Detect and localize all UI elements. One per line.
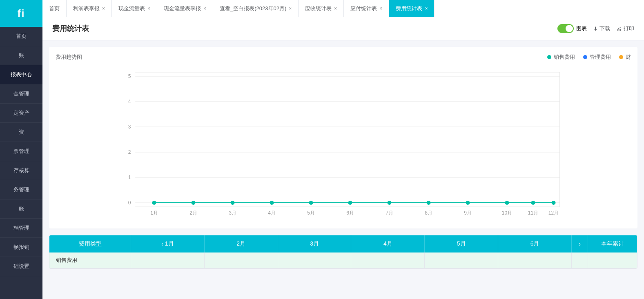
svg-text:12月: 12月 [548, 210, 559, 216]
tab-cashflow[interactable]: 现金流量表 × [112, 0, 157, 17]
sidebar-item-service[interactable]: 务管理 [0, 180, 42, 199]
th-nav-next[interactable]: › [572, 235, 588, 252]
svg-point-36 [552, 201, 556, 205]
tab-close-profit-quarterly[interactable]: × [102, 6, 105, 11]
tab-close-cashflow[interactable]: × [147, 6, 150, 11]
svg-text:3: 3 [128, 124, 131, 130]
svg-text:4月: 4月 [268, 210, 276, 216]
svg-text:10月: 10月 [502, 210, 512, 216]
tab-payable[interactable]: 应付统计表 × [344, 0, 389, 17]
sidebar-item-ticket[interactable]: 票管理 [0, 142, 42, 161]
sidebar-item-finance[interactable]: 金管理 [0, 84, 42, 104]
tab-close-payable[interactable]: × [379, 6, 382, 11]
svg-text:4: 4 [128, 99, 131, 104]
prev-arrow-icon[interactable]: ‹ [161, 241, 163, 247]
svg-text:3月: 3月 [229, 210, 236, 216]
th-m6: 6月 [498, 235, 572, 252]
tab-receivable[interactable]: 应收统计表 × [299, 0, 344, 17]
chart-header: 费用趋势图 销售费用 管理费用 财 [56, 53, 631, 61]
line-chart-svg: 5 4 3 2 1 0 1月 2月 [56, 66, 631, 221]
download-button[interactable]: ⬇ 下载 [593, 25, 610, 32]
sidebar-item-home[interactable]: 首页 [0, 27, 42, 46]
tab-bar: 首页 利润表季报 × 现金流量表 × 现金流量表季报 × 查看_空白报表(202… [42, 0, 644, 17]
td-nav-space [572, 252, 588, 268]
download-icon: ⬇ [593, 26, 598, 32]
sidebar-item-archive[interactable]: 档管理 [0, 219, 42, 238]
th-m4: 4月 [351, 235, 425, 252]
legend-sales: 销售费用 [547, 53, 575, 61]
print-button[interactable]: 🖨 打印 [617, 25, 634, 32]
svg-text:8月: 8月 [425, 210, 432, 216]
svg-rect-12 [135, 72, 560, 207]
td-m1 [131, 252, 205, 268]
svg-point-35 [531, 201, 535, 205]
svg-point-27 [231, 201, 235, 205]
svg-text:1: 1 [128, 175, 131, 180]
svg-point-34 [505, 201, 509, 205]
sidebar-item-settings[interactable]: 础设置 [0, 257, 42, 276]
tab-home[interactable]: 首页 [42, 0, 67, 17]
svg-text:0: 0 [128, 200, 131, 206]
svg-point-33 [466, 201, 470, 205]
tab-close-receivable[interactable]: × [334, 6, 337, 11]
sidebar-item-reports[interactable]: 报表中心 [0, 65, 42, 84]
svg-point-28 [270, 201, 274, 205]
th-m3: 3月 [278, 235, 352, 252]
chart-section: 费用趋势图 销售费用 管理费用 财 [49, 47, 637, 228]
sidebar-item-account[interactable]: 账 [0, 46, 42, 65]
expense-table: 费用类型 ‹ 1月 2月 3月 4月 5月 [49, 235, 637, 269]
print-icon: 🖨 [617, 26, 622, 32]
sidebar-item-ledger[interactable]: 账 [0, 199, 42, 219]
th-ytd: 本年累计 [588, 235, 637, 252]
svg-point-32 [427, 201, 431, 205]
td-m2 [205, 252, 278, 268]
chart-toggle-label: 图表 [576, 25, 587, 32]
tab-close-blank-report[interactable]: × [289, 6, 292, 11]
legend-dot-admin [583, 55, 587, 59]
th-type: 费用类型 [49, 235, 131, 252]
chart-toggle-group: 图表 [557, 24, 587, 33]
tab-profit-quarterly[interactable]: 利润表季报 × [67, 0, 112, 17]
th-nav-prev[interactable]: ‹ 1月 [131, 235, 205, 252]
sidebar-item-assets[interactable]: 定资产 [0, 104, 42, 123]
svg-text:2: 2 [128, 149, 131, 155]
next-arrow-icon[interactable]: › [579, 241, 581, 247]
svg-point-29 [309, 201, 313, 205]
main-area: 首页 利润表季报 × 现金流量表 × 现金流量表季报 × 查看_空白报表(202… [42, 0, 644, 299]
tab-close-cashflow-quarterly[interactable]: × [203, 6, 206, 11]
svg-point-30 [348, 201, 352, 205]
svg-text:11月: 11月 [528, 210, 538, 216]
chart-legend: 销售费用 管理费用 财 [547, 53, 631, 61]
svg-point-26 [192, 201, 196, 205]
sidebar-item-expense[interactable]: 畅报销 [0, 238, 42, 257]
chart-title: 费用趋势图 [56, 53, 82, 61]
legend-finance: 财 [619, 53, 631, 61]
td-m4 [351, 252, 425, 268]
table-header-row: 费用类型 ‹ 1月 2月 3月 4月 5月 [49, 235, 637, 252]
td-type: 销售费用 [49, 252, 131, 268]
svg-text:5: 5 [128, 73, 131, 79]
tab-cashflow-quarterly[interactable]: 现金流量表季报 × [157, 0, 213, 17]
sidebar-item-inventory[interactable]: 存核算 [0, 161, 42, 180]
svg-point-31 [388, 201, 392, 205]
tab-close-expense-stats[interactable]: × [425, 6, 428, 11]
chart-toggle[interactable] [557, 24, 574, 33]
svg-text:9月: 9月 [464, 210, 472, 216]
content-area: 费用统计表 图表 ⬇ 下载 🖨 打印 费用趋势图 [42, 17, 644, 299]
legend-dot-finance [619, 55, 623, 59]
chart-canvas: 5 4 3 2 1 0 1月 2月 [56, 66, 631, 222]
page-title: 费用统计表 [52, 24, 89, 33]
td-total [588, 252, 637, 268]
sidebar-logo: fi [0, 0, 42, 27]
tab-blank-report[interactable]: 查看_空白报表(2023年02月) × [213, 0, 299, 17]
svg-text:2月: 2月 [189, 210, 197, 216]
table-row: 销售费用 [49, 252, 637, 268]
td-m6 [498, 252, 572, 268]
td-m5 [425, 252, 498, 268]
svg-text:6月: 6月 [346, 210, 354, 216]
svg-text:5月: 5月 [307, 210, 315, 216]
tab-expense-stats[interactable]: 费用统计表 × [389, 0, 435, 17]
sidebar-item-capital[interactable]: 资 [0, 123, 42, 142]
td-m3 [278, 252, 352, 268]
svg-text:7月: 7月 [386, 210, 393, 216]
